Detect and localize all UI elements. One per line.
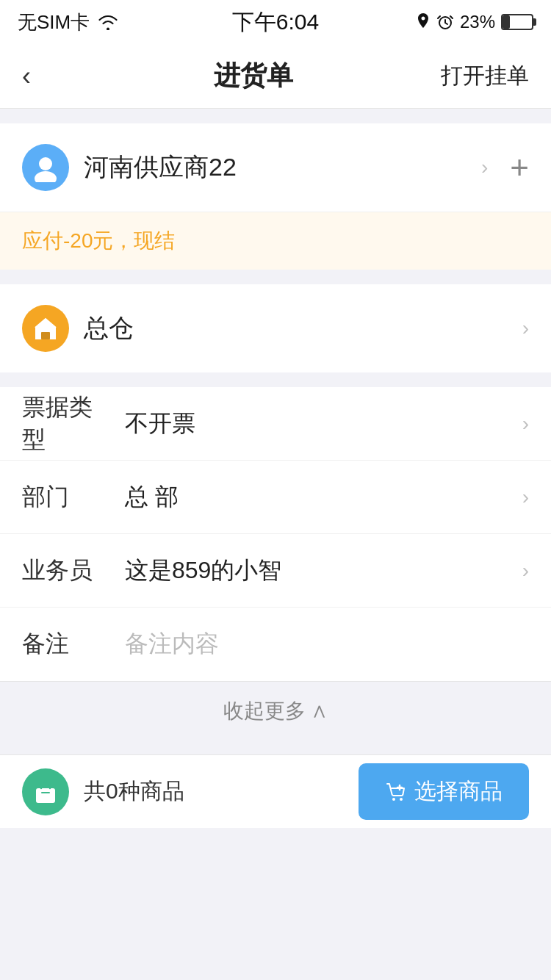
supplier-chevron-icon: ›: [481, 156, 488, 179]
warehouse-icon: [22, 305, 69, 352]
svg-point-7: [392, 798, 395, 801]
select-product-button[interactable]: 选择商品: [359, 763, 529, 820]
location-icon: [416, 13, 431, 31]
wifi-icon: [97, 14, 119, 30]
alarm-icon: [436, 13, 454, 31]
remark-row[interactable]: 备注 备注内容: [0, 608, 551, 681]
status-bar-right: 23%: [416, 12, 533, 32]
department-value: 总 部: [110, 481, 522, 514]
svg-point-2: [35, 171, 57, 182]
product-count-label: 共0种商品: [84, 777, 359, 807]
back-button[interactable]: ‹: [22, 61, 66, 92]
salesperson-row[interactable]: 业务员 这是859的小智 ›: [0, 534, 551, 608]
salesperson-value: 这是859的小智: [110, 555, 522, 587]
page-title: 进货单: [66, 58, 441, 94]
battery-icon: [501, 14, 533, 30]
add-supplier-button[interactable]: +: [510, 151, 529, 184]
svg-point-1: [39, 157, 52, 170]
carrier-label: 无SIM卡: [18, 10, 90, 35]
product-icon: [22, 768, 69, 815]
invoice-value: 不开票: [110, 408, 522, 440]
invoice-label: 票据类型: [22, 392, 110, 456]
invoice-chevron-icon: ›: [522, 412, 529, 436]
collapse-bar[interactable]: 收起更多 ∧: [0, 681, 551, 740]
department-label: 部门: [22, 481, 110, 514]
cart-icon: [385, 781, 407, 803]
gap-1: [0, 109, 551, 123]
battery-percentage: 23%: [460, 12, 495, 32]
svg-rect-4: [41, 332, 50, 339]
nav-bar: ‹ 进货单 打开挂单: [0, 44, 551, 109]
supplier-card: 河南供应商22 › + 应付-20元，现结: [0, 123, 551, 270]
svg-rect-5: [36, 788, 55, 803]
salesperson-chevron-icon: ›: [522, 559, 529, 583]
department-chevron-icon: ›: [522, 486, 529, 509]
department-row[interactable]: 部门 总 部 ›: [0, 461, 551, 534]
open-pending-button[interactable]: 打开挂单: [441, 61, 529, 91]
supplier-row[interactable]: 河南供应商22 › +: [0, 123, 551, 212]
supplier-name: 河南供应商22: [84, 151, 481, 184]
warehouse-name: 总仓: [84, 311, 522, 345]
svg-point-8: [400, 798, 403, 801]
gap-3: [0, 372, 551, 387]
page-background: [0, 828, 551, 980]
warehouse-row[interactable]: 总仓 ›: [0, 284, 551, 372]
status-bar-time: 下午6:04: [232, 7, 319, 37]
notice-bar: 应付-20元，现结: [0, 212, 551, 270]
notice-text: 应付-20元，现结: [22, 229, 175, 252]
warehouse-chevron-icon: ›: [522, 317, 529, 340]
status-bar-left: 无SIM卡: [18, 10, 119, 35]
warehouse-card: 总仓 ›: [0, 284, 551, 372]
collapse-label: 收起更多 ∧: [223, 697, 328, 725]
form-section: 票据类型 不开票 › 部门 总 部 › 业务员 这是859的小智 › 备注 备注…: [0, 387, 551, 681]
salesperson-label: 业务员: [22, 555, 110, 587]
remark-label: 备注: [22, 628, 110, 660]
status-bar: 无SIM卡 下午6:04 23%: [0, 0, 551, 44]
supplier-avatar: [22, 144, 69, 191]
select-product-label: 选择商品: [414, 777, 503, 807]
remark-input[interactable]: 备注内容: [110, 628, 529, 660]
invoice-row[interactable]: 票据类型 不开票 ›: [0, 387, 551, 461]
gap-4: [0, 740, 551, 754]
bottom-bar: 共0种商品 选择商品: [0, 754, 551, 828]
gap-2: [0, 270, 551, 284]
